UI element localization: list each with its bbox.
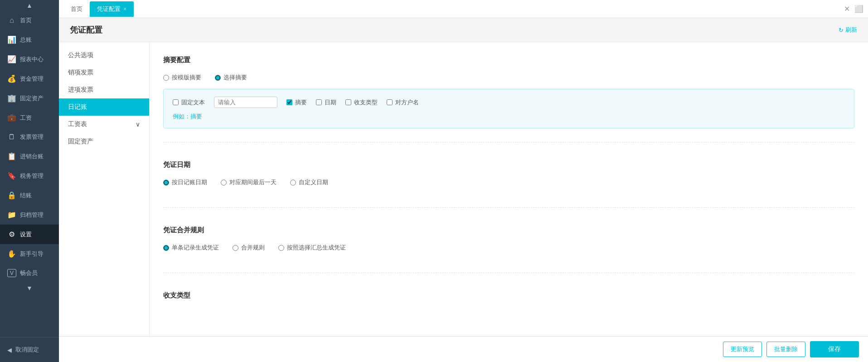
summary-config-box: 固定文本 摘要 日期 xyxy=(163,89,854,128)
summary-checkbox-label[interactable]: 摘要 xyxy=(286,98,307,107)
tab-home[interactable]: 首页 xyxy=(63,1,90,17)
select-summary-merge-label: 按照选择汇总生成凭证 xyxy=(287,244,346,252)
select-summary-radio[interactable] xyxy=(215,75,221,81)
sidebar-scroll-up[interactable]: ▲ xyxy=(0,0,59,11)
window-close-icon[interactable]: ✕ xyxy=(844,5,850,13)
merge-rules-label: 合并规则 xyxy=(241,244,265,252)
select-summary-option[interactable]: 选择摘要 xyxy=(215,73,247,82)
page-header: 凭证配置 ↻ 刷新 xyxy=(59,18,868,42)
last-day-option[interactable]: 对应期间最后一天 xyxy=(221,178,276,186)
sidebar-item-fixed-assets[interactable]: 🏢 固定资产 xyxy=(0,88,59,108)
archive-icon: 📁 xyxy=(7,210,16,219)
sidebar-item-label: 总账 xyxy=(20,36,32,44)
date-checkbox-label[interactable]: 日期 xyxy=(316,98,336,107)
fixed-text-checkbox[interactable] xyxy=(173,99,179,105)
left-nav-label: 进项发票 xyxy=(68,86,93,94)
template-summary-option[interactable]: 按模版摘要 xyxy=(163,73,201,82)
single-record-option[interactable]: 单条记录生成凭证 xyxy=(163,244,219,252)
template-summary-radio[interactable] xyxy=(163,75,169,81)
sidebar-item-label: 设置 xyxy=(20,230,32,239)
pin-icon: ◀ xyxy=(7,347,12,353)
sidebar-item-closing[interactable]: 🔒 结账 xyxy=(0,186,59,205)
income-type-checkbox[interactable] xyxy=(345,99,351,105)
update-preview-button[interactable]: 更新预览 xyxy=(723,342,762,357)
batch-delete-button[interactable]: 批量删除 xyxy=(766,342,805,357)
save-button[interactable]: 保存 xyxy=(810,341,859,357)
by-journal-date-radio[interactable] xyxy=(163,180,169,186)
left-nav-journal[interactable]: 日记账 xyxy=(59,98,149,116)
voucher-date-section: 凭证日期 按日记账日期 对应期间最后一天 自定义日期 xyxy=(163,147,854,208)
summary-checkbox[interactable] xyxy=(286,99,292,105)
custom-date-radio[interactable] xyxy=(290,180,296,186)
merge-rules-option[interactable]: 合并规则 xyxy=(233,244,265,252)
left-nav-fixed-assets[interactable]: 固定资产 xyxy=(59,133,149,150)
chart-icon: 📊 xyxy=(7,35,16,44)
sidebar-item-label: 归档管理 xyxy=(20,211,44,219)
summary-options: 固定文本 摘要 日期 xyxy=(173,97,845,108)
select-summary-merge-radio[interactable] xyxy=(278,245,284,251)
sidebar-scroll-down[interactable]: ▼ xyxy=(0,283,59,294)
custom-date-label: 自定义日期 xyxy=(299,178,328,186)
window-controls: ✕ ⬜ xyxy=(844,5,863,13)
select-summary-label: 选择摘要 xyxy=(223,73,247,82)
sidebar-item-member[interactable]: V 畅会员 xyxy=(0,264,59,283)
closing-icon: 🔒 xyxy=(7,191,16,200)
unpin-label: 取消固定 xyxy=(15,346,39,354)
left-nav-label: 公共选项 xyxy=(68,51,93,59)
sidebar-item-invoice-management[interactable]: 🗒 发票管理 xyxy=(0,127,59,147)
sidebar-item-label: 税务管理 xyxy=(20,172,44,180)
left-nav-purchase-invoice[interactable]: 进项发票 xyxy=(59,81,149,98)
single-record-radio[interactable] xyxy=(163,245,169,251)
income-type-checkbox-label[interactable]: 收支类型 xyxy=(345,98,378,107)
sidebar-item-report-center[interactable]: 📈 报表中心 xyxy=(0,49,59,69)
sidebar-item-tax[interactable]: 🔖 税务管理 xyxy=(0,166,59,186)
sidebar-item-guide[interactable]: ✋ 新手引导 xyxy=(0,244,59,264)
by-journal-date-option[interactable]: 按日记账日期 xyxy=(163,178,207,186)
left-nav-label: 工资表 xyxy=(68,120,87,128)
sidebar-item-purchase-sales[interactable]: 📋 进销台账 xyxy=(0,147,59,166)
sidebar-item-archive[interactable]: 📁 归档管理 xyxy=(0,205,59,225)
right-content: 摘要配置 按模版摘要 选择摘要 xyxy=(150,42,868,336)
guide-icon: ✋ xyxy=(7,249,16,258)
sidebar-item-general-ledger[interactable]: 📊 总账 xyxy=(0,30,59,49)
sidebar-item-label: 畅会员 xyxy=(20,269,38,277)
settings-icon: ⚙ xyxy=(7,230,16,239)
main-area: 首页 凭证配置 × ✕ ⬜ 凭证配置 ↻ 刷新 公共选项 xyxy=(59,0,868,362)
tax-icon: 🔖 xyxy=(7,171,16,180)
sidebar-item-label: 进销台账 xyxy=(20,152,44,161)
sidebar-item-payroll[interactable]: 💼 工资 xyxy=(0,108,59,127)
purchase-icon: 📋 xyxy=(7,152,16,161)
refresh-button[interactable]: ↻ 刷新 xyxy=(839,26,857,34)
voucher-date-radio-group: 按日记账日期 对应期间最后一天 自定义日期 xyxy=(163,178,854,186)
assets-icon: 🏢 xyxy=(7,94,16,103)
merge-rules-radio[interactable] xyxy=(233,245,238,251)
counterpart-checkbox[interactable] xyxy=(387,99,393,105)
sidebar-item-home[interactable]: ⌂ 首页 xyxy=(0,11,59,30)
counterpart-label: 对方户名 xyxy=(395,98,419,107)
sidebar-item-fund-management[interactable]: 💰 资金管理 xyxy=(0,69,59,88)
content-layout: 公共选项 销项发票 进项发票 日记账 工资表 ∨ 固定资产 xyxy=(59,42,868,336)
counterpart-checkbox-label[interactable]: 对方户名 xyxy=(387,98,419,107)
tab-close-icon[interactable]: × xyxy=(123,6,126,12)
member-icon: V xyxy=(7,269,16,277)
last-day-label: 对应期间最后一天 xyxy=(229,178,276,186)
payroll-icon: 💼 xyxy=(7,113,16,122)
fixed-text-checkbox-label[interactable]: 固定文本 xyxy=(173,98,205,107)
voucher-merge-section: 凭证合并规则 单条记录生成凭证 合并规则 按照选择汇总生成凭证 xyxy=(163,212,854,273)
left-nav-payroll-table[interactable]: 工资表 ∨ xyxy=(59,116,149,133)
window-restore-icon[interactable]: ⬜ xyxy=(854,5,863,13)
last-day-radio[interactable] xyxy=(221,180,227,186)
select-summary-merge-option[interactable]: 按照选择汇总生成凭证 xyxy=(278,244,346,252)
tab-voucher-config[interactable]: 凭证配置 × xyxy=(90,1,134,17)
income-type-section: 收支类型 xyxy=(163,278,854,323)
left-nav-public-options[interactable]: 公共选项 xyxy=(59,47,149,64)
custom-date-option[interactable]: 自定义日期 xyxy=(290,178,328,186)
sidebar-item-label: 固定资产 xyxy=(20,94,44,103)
left-nav-sales-invoice[interactable]: 销项发票 xyxy=(59,64,149,81)
by-journal-date-label: 按日记账日期 xyxy=(172,178,207,186)
date-checkbox[interactable] xyxy=(316,99,322,105)
sidebar-item-settings[interactable]: ⚙ 设置 xyxy=(0,225,59,244)
left-nav: 公共选项 销项发票 进项发票 日记账 工资表 ∨ 固定资产 xyxy=(59,42,150,336)
unpin-button[interactable]: ◀ 取消固定 xyxy=(0,342,59,357)
fixed-text-input[interactable] xyxy=(214,97,277,108)
